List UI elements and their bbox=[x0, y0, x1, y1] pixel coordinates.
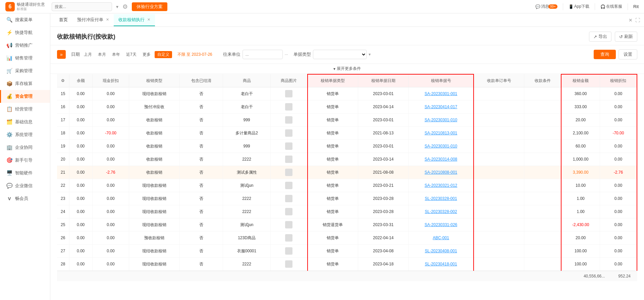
sidebar-item-wechat[interactable]: 💬 企业微信 bbox=[0, 179, 50, 192]
sidebar-item-sys[interactable]: ⚙️ 系统管理 bbox=[0, 128, 50, 141]
cell-bill-no[interactable]: SA-20230321-012 bbox=[409, 179, 474, 192]
sidebar-item-marketing[interactable]: 📢 营销推广 bbox=[0, 39, 50, 52]
cell-writeoff-discount: -2.76 bbox=[600, 166, 637, 179]
cell-writeoff-discount: 0.00 bbox=[600, 218, 637, 231]
sidebar-item-vip[interactable]: V 畅会员 bbox=[0, 192, 50, 205]
cell-bill-no[interactable]: SA-20230314-008 bbox=[409, 153, 474, 166]
cell-collection-order-no bbox=[474, 166, 524, 179]
refresh-button[interactable]: ↺ 刷新 bbox=[615, 32, 637, 42]
table-row: 26 0.00 0.00 预收款核销 否 123D商品 销货单 2022-04-… bbox=[57, 231, 637, 245]
cell-goods-image bbox=[270, 245, 308, 258]
tab-close-all-icon[interactable]: ✕ bbox=[629, 17, 633, 23]
online-service[interactable]: 🎧 在线客服 bbox=[600, 4, 622, 9]
date-this-year[interactable]: 本年 bbox=[110, 51, 122, 58]
cell-bill-no[interactable]: SL-20230328-001 bbox=[409, 192, 474, 205]
sidebar-item-inventory[interactable]: 📦 库存核算 bbox=[0, 77, 50, 90]
cell-cash-discount: 0.00 bbox=[92, 231, 129, 245]
order-type-dropdown[interactable]: ▾ bbox=[369, 52, 371, 57]
expand-more-btn[interactable]: ▾ 展开更多条件 bbox=[333, 66, 361, 72]
cell-collection-order-no bbox=[474, 127, 524, 140]
cell-bill-no[interactable]: SA-20210808-001 bbox=[409, 166, 474, 179]
cell-bill-no[interactable]: SL-20230408-001 bbox=[409, 245, 474, 258]
data-table: ⚙ 余额 现金折扣 核销类型 包含已结清 商品 商品图片 核销单据类型 核销单据… bbox=[57, 74, 637, 271]
date-last-month[interactable]: 上月 bbox=[82, 51, 94, 58]
cell-writeoff-type: 收款核销 bbox=[129, 153, 179, 166]
sidebar-item-purchase[interactable]: 🛒 采购管理 bbox=[0, 65, 50, 77]
date-last-7-days[interactable]: 近7天 bbox=[124, 51, 139, 58]
cell-balance: 0.00 bbox=[69, 140, 92, 153]
tab-prepay-close[interactable]: ✕ bbox=[106, 17, 109, 22]
tab-home[interactable]: 首页 bbox=[54, 14, 72, 26]
cell-collection-order-no bbox=[474, 192, 524, 205]
sidebar-item-search[interactable]: 🔍 搜索菜单 bbox=[0, 13, 50, 26]
cell-goods-image bbox=[270, 127, 308, 140]
cell-collection-condition bbox=[524, 192, 561, 205]
cell-included-settled: 否 bbox=[179, 192, 223, 205]
unit-more-icon[interactable]: ··· bbox=[285, 52, 288, 57]
cell-bill-no[interactable]: SA-20210813-001 bbox=[409, 127, 474, 140]
content-area: 首页 预付冲应付单 ✕ 收款核销执行 ✕ ✕ ⛶ 收款核销执行(按收款) bbox=[50, 13, 644, 300]
tab-prepay[interactable]: 预付冲应付单 ✕ bbox=[72, 14, 114, 26]
filter-toggle-btn[interactable]: » bbox=[57, 50, 66, 59]
cell-id: 22 bbox=[57, 179, 69, 192]
cell-bill-no[interactable]: SA-20230301-010 bbox=[409, 114, 474, 127]
cell-collection-condition bbox=[524, 245, 561, 258]
cell-bill-no[interactable]: SA-20230331-026 bbox=[409, 218, 474, 231]
search-input[interactable] bbox=[52, 2, 112, 11]
search-dropdown-icon[interactable]: ▾ bbox=[116, 4, 118, 9]
cell-id: 15 bbox=[57, 87, 69, 100]
sidebar-item-starter[interactable]: 🎯 新手引导 bbox=[0, 154, 50, 167]
app-download[interactable]: 📱 App下载 bbox=[569, 4, 589, 9]
user-name[interactable]: Rit bbox=[633, 4, 639, 9]
cell-writeoff-amount: 100.00 bbox=[561, 258, 600, 271]
cell-collection-order-no bbox=[474, 218, 524, 231]
cell-bill-no[interactable]: SL-20230328-002 bbox=[409, 205, 474, 218]
export-button[interactable]: ↗ 导出 bbox=[589, 32, 611, 42]
date-this-month[interactable]: 本月 bbox=[96, 51, 108, 58]
custom-date-btn[interactable]: 自定义 bbox=[155, 51, 172, 58]
cell-collection-order-no bbox=[474, 153, 524, 166]
cell-bill-date: 2022-04-14 bbox=[358, 231, 409, 245]
industry-btn[interactable]: 休验行业方案 bbox=[132, 2, 167, 11]
cell-bill-no[interactable]: SA-20230301-001 bbox=[409, 87, 474, 100]
cell-bill-no[interactable]: SL-20230418-001 bbox=[409, 258, 474, 271]
cell-collection-condition bbox=[524, 218, 561, 231]
from-unit-input[interactable] bbox=[243, 50, 283, 59]
quick-nav-icon: ⚡ bbox=[6, 30, 12, 36]
cell-bill-type: 销货单 bbox=[308, 179, 358, 192]
service-icon: 🎧 bbox=[600, 4, 605, 9]
tab-bar: 首页 预付冲应付单 ✕ 收款核销执行 ✕ ✕ ⛶ bbox=[50, 13, 644, 27]
query-btn[interactable]: 查询 bbox=[594, 50, 616, 59]
cell-included-settled: 否 bbox=[179, 231, 223, 245]
sidebar-item-operations[interactable]: 📋 经营管理 bbox=[0, 103, 50, 116]
tab-collection-close[interactable]: ✕ bbox=[147, 17, 150, 22]
cell-writeoff-amount: 10.00 bbox=[561, 179, 600, 192]
divider2 bbox=[595, 3, 595, 10]
date-more[interactable]: 更多 bbox=[141, 51, 153, 58]
sidebar-item-enterprise[interactable]: 🏢 企业协同 bbox=[0, 141, 50, 154]
filter-unit-group: 往来单位 ··· bbox=[223, 50, 288, 59]
sidebar-item-basic-info[interactable]: 🗂️ 基础信息 bbox=[0, 116, 50, 128]
tab-collection[interactable]: 收款核销执行 ✕ bbox=[114, 14, 155, 26]
cell-goods-image bbox=[270, 179, 308, 192]
cell-goods: 999 bbox=[223, 114, 270, 127]
cell-goods-image bbox=[270, 205, 308, 218]
order-type-select[interactable] bbox=[313, 50, 367, 59]
message-area[interactable]: 💬 消息 99+ bbox=[535, 4, 557, 9]
tab-expand-icon[interactable]: ⛶ bbox=[635, 17, 640, 23]
sidebar-item-quick[interactable]: ⚡ 快捷导航 bbox=[0, 26, 50, 39]
cell-collection-order-no bbox=[474, 205, 524, 218]
sidebar-item-smart-hw[interactable]: 🖥️ 智能硬件 bbox=[0, 167, 50, 179]
footer-total-discount: 952.24 bbox=[618, 274, 631, 278]
sidebar-item-sales[interactable]: 📊 销售管理 bbox=[0, 52, 50, 65]
page-header: 收款核销执行(按收款) ↗ 导出 ↺ 刷新 bbox=[50, 27, 644, 45]
cell-bill-no[interactable]: SA-20230414-017 bbox=[409, 100, 474, 114]
cell-bill-no[interactable]: SA-20230301-010 bbox=[409, 140, 474, 153]
col-writeoff-amount: 核销金额 bbox=[561, 74, 600, 87]
sidebar-item-finance[interactable]: 💰 资金管理 bbox=[0, 90, 50, 103]
cell-collection-condition bbox=[524, 166, 561, 179]
settings-icon[interactable]: ⚙ bbox=[122, 3, 128, 10]
cell-writeoff-discount: 0.00 bbox=[600, 140, 637, 153]
cell-bill-no[interactable]: ABC-001 bbox=[409, 231, 474, 245]
setting-btn[interactable]: 设置 bbox=[619, 49, 637, 59]
